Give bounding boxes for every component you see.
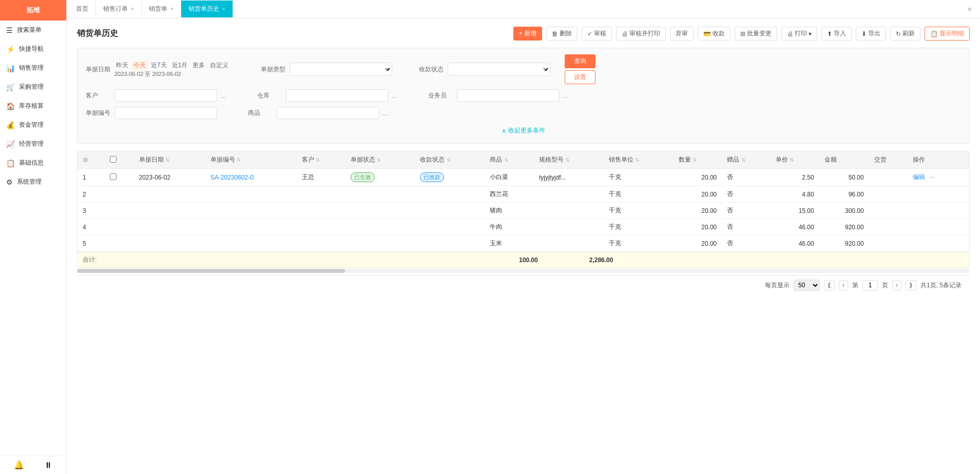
query-button[interactable]: 查询 — [565, 54, 595, 68]
th-gear[interactable]: ⚙ — [78, 151, 105, 169]
setting-button[interactable]: 设置 — [565, 70, 595, 84]
td-doc-date: 2023-06-02 — [134, 169, 205, 186]
td-doc-no — [205, 219, 297, 235]
row-checkbox[interactable] — [110, 173, 117, 180]
shortcut-1month[interactable]: 近1月 — [170, 61, 189, 70]
salesperson-input[interactable] — [457, 89, 560, 102]
shortcut-more[interactable]: 更多 — [191, 61, 206, 70]
abandon-label: 弃审 — [676, 29, 688, 38]
abandon-button[interactable]: 弃审 — [670, 27, 694, 41]
refresh-button[interactable]: ↻ 刷新 — [890, 27, 920, 41]
td-collect-status — [415, 203, 485, 219]
date-shortcuts: 昨天 今天 近7天 近1月 更多 自定义 — [114, 61, 230, 70]
td-goods: 猪肉 — [485, 203, 534, 219]
page-number-input[interactable] — [862, 280, 878, 290]
date-label: 单据日期 — [86, 65, 111, 74]
warehouse-input[interactable] — [286, 89, 389, 102]
customer-input[interactable] — [114, 89, 217, 102]
horizontal-scrollbar[interactable] — [77, 269, 970, 273]
th-spec[interactable]: 规格型号 ⇅ — [534, 151, 604, 169]
th-amount[interactable]: 金额 — [819, 151, 869, 169]
shortcut-today[interactable]: 今天 — [132, 61, 147, 70]
next-page-button[interactable]: › — [892, 280, 901, 290]
td-goods: 玉米 — [485, 235, 534, 252]
th-collect-status[interactable]: 收款状态 ⇅ — [415, 151, 485, 169]
td-num: 1 — [78, 169, 105, 186]
tab-bar-close-button[interactable]: × — [962, 5, 978, 13]
sidebar-item-search-menu[interactable]: ☰ 搜索菜单 — [0, 21, 66, 40]
filter-collapse-button[interactable]: ∧ 收起更多条件 — [86, 124, 961, 137]
audit-button[interactable]: ✓ 审核 — [582, 27, 612, 41]
tab-sales-order[interactable]: 销售订单 × — [96, 1, 142, 17]
tab-sales-history-close[interactable]: × — [222, 6, 225, 12]
prev-page-button[interactable]: ‹ — [839, 280, 848, 290]
th-unit[interactable]: 销售单位 ⇅ — [604, 151, 674, 169]
sidebar-item-system[interactable]: ⚙ 系统管理 — [0, 172, 66, 191]
goods-input[interactable] — [277, 107, 379, 119]
th-doc-date[interactable]: 单据日期 ⇅ — [134, 151, 205, 169]
edit-link[interactable]: 编辑 — [913, 173, 925, 181]
collapse-arrow-icon: ∧ — [502, 127, 506, 134]
collect-button[interactable]: 💳 收款 — [698, 27, 731, 41]
warehouse-label: 仓库 — [257, 91, 283, 100]
tab-sales-delivery[interactable]: 销货单 × — [142, 1, 181, 17]
export-button[interactable]: ⬇ 导出 — [856, 27, 886, 41]
doc-no-link[interactable]: SA-20230602-0 — [210, 174, 254, 181]
batch-change-button[interactable]: ⊞ 批量变更 — [735, 27, 777, 41]
import-button[interactable]: ⬆ 导入 — [821, 27, 852, 41]
sidebar-item-operations[interactable]: 📈 经营管理 — [0, 134, 66, 153]
notification-icon[interactable]: 🔔 — [14, 460, 24, 470]
doc-no-input[interactable] — [114, 107, 217, 119]
show-detail-button[interactable]: 📋 显示明细 — [925, 27, 970, 41]
summary-total-amount: 2,286.00 — [589, 256, 613, 264]
filter-collect-status: 收款状态 ▾ — [419, 63, 546, 76]
th-goods[interactable]: 商品 ⇅ — [485, 151, 534, 169]
th-qty[interactable]: 数量 ⇅ — [674, 151, 722, 169]
th-transaction[interactable]: 交货 — [869, 151, 908, 169]
sidebar-item-inventory[interactable]: 🏠 库存核算 — [0, 96, 66, 115]
shortcut-yesterday[interactable]: 昨天 — [114, 61, 130, 70]
sidebar-item-label: 采购管理 — [19, 83, 44, 91]
new-button[interactable]: + 新增 — [513, 27, 542, 41]
shortcut-7days[interactable]: 近7天 — [149, 61, 168, 70]
table-row: 4 牛肉 千克 20.00 否 46.00 920.00 — [78, 219, 969, 235]
per-page-select[interactable]: 50 100 200 — [794, 280, 820, 291]
customer-dots[interactable]: ... — [220, 91, 226, 100]
delete-button[interactable]: 🗑 删除 — [546, 27, 578, 41]
sidebar-item-basic-info[interactable]: 📋 基础信息 — [0, 153, 66, 172]
th-doc-status[interactable]: 单据状态 ⇅ — [345, 151, 415, 169]
shortcut-custom[interactable]: 自定义 — [208, 61, 230, 70]
warehouse-dots[interactable]: ... — [392, 91, 398, 100]
last-page-button[interactable]: ⟫ — [906, 280, 916, 290]
sidebar-item-purchase-mgmt[interactable]: 🛒 采购管理 — [0, 77, 66, 96]
tab-sales-delivery-close[interactable]: × — [170, 6, 174, 12]
td-action — [908, 219, 969, 235]
import-icon: ⬆ — [827, 30, 832, 37]
th-price[interactable]: 单价 ⇅ — [771, 151, 819, 169]
sidebar-item-sales-mgmt[interactable]: 📊 销售管理 — [0, 58, 66, 77]
sidebar-item-quick-nav[interactable]: ⚡ 快捷导航 — [0, 40, 66, 58]
sort-doc-status-icon: ⇅ — [377, 157, 381, 163]
pause-icon[interactable]: ⏸ — [44, 461, 52, 470]
refresh-label: 刷新 — [902, 29, 915, 38]
td-num: 5 — [78, 235, 105, 252]
salesperson-dots[interactable]: ... — [563, 91, 569, 100]
goods-dots[interactable]: ... — [382, 109, 389, 117]
sales-mgmt-icon: 📊 — [6, 64, 15, 72]
tab-sales-order-close[interactable]: × — [131, 6, 134, 12]
collect-status-select[interactable] — [448, 63, 550, 76]
tab-home[interactable]: 首页 — [69, 1, 96, 17]
select-all-checkbox[interactable] — [110, 156, 117, 163]
more-link[interactable]: ··· — [929, 173, 934, 181]
summary-label: 合计: — [83, 255, 108, 264]
print-button[interactable]: 🖨 打印 ▾ — [781, 27, 817, 41]
audit-print-button[interactable]: 🖨 审核并打印 — [616, 27, 666, 41]
td-gift: 否 — [722, 203, 771, 219]
th-doc-no[interactable]: 单据编号 ⇅ — [205, 151, 297, 169]
th-gift[interactable]: 赠品 ⇅ — [722, 151, 771, 169]
first-page-button[interactable]: ⟪ — [824, 280, 835, 290]
sidebar-item-finance[interactable]: 💰 资金管理 — [0, 115, 66, 134]
doc-type-select[interactable] — [290, 63, 392, 76]
th-customer[interactable]: 客户 ⇅ — [297, 151, 345, 169]
tab-sales-history[interactable]: 销货单历史 × — [181, 1, 233, 17]
